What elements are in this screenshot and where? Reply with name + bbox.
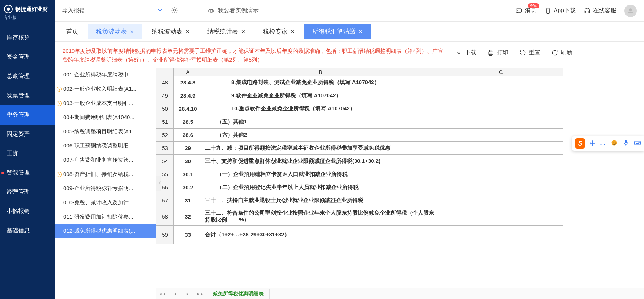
close-icon[interactable]: ✕: [130, 29, 134, 35]
cell-c[interactable]: [439, 226, 563, 244]
sidebar-item-6[interactable]: 工资: [0, 144, 55, 163]
cell-a[interactable]: 28.5: [174, 115, 202, 129]
close-icon[interactable]: ✕: [185, 29, 190, 35]
sidebar-item-5[interactable]: 固定资产: [0, 125, 55, 144]
cell-b[interactable]: 三十二、符合条件的公司型创投企业按照企业年末个人股东持股比例减免企业所得税（个人…: [202, 207, 439, 226]
cell-a[interactable]: 28.4.10: [174, 102, 202, 115]
cell-c[interactable]: [439, 102, 563, 115]
row-header[interactable]: 58: [156, 207, 174, 226]
row-header[interactable]: 59: [156, 226, 174, 244]
cell-a[interactable]: 28.4.9: [174, 89, 202, 102]
tab-4[interactable]: 税检专家✕: [255, 24, 303, 39]
sheet-nav-last[interactable]: ►►: [194, 290, 207, 297]
tab-3[interactable]: 纳税统计表✕: [199, 24, 253, 39]
tab-2[interactable]: 纳税波动表✕: [144, 24, 198, 39]
cell-a[interactable]: 30.1: [174, 168, 202, 181]
cell-c[interactable]: [439, 168, 563, 181]
cell-b[interactable]: （六）其他2: [202, 129, 439, 142]
cell-c[interactable]: [439, 155, 563, 168]
cell-c[interactable]: [439, 76, 563, 89]
row-header[interactable]: 48: [156, 76, 174, 89]
cell-b[interactable]: 二十九、减：项目所得额按法定税率减半征收企业所得税叠加享受减免税优惠: [202, 142, 439, 155]
messages-button[interactable]: 消息 99+: [515, 7, 536, 15]
sidebar-item-4[interactable]: 税务管理: [0, 105, 55, 125]
cell-a[interactable]: 33: [174, 226, 202, 244]
cell-c[interactable]: [439, 115, 563, 129]
cell-b[interactable]: （二）企业招用登记失业半年以上人员就业扣减企业所得税: [202, 181, 439, 194]
close-icon[interactable]: ✕: [359, 29, 363, 35]
cell-b[interactable]: 三十一、扶持自主就业退役士兵创业就业企业限额减征企业所得税: [202, 194, 439, 207]
cell-c[interactable]: [439, 194, 563, 207]
sheet-tab-active[interactable]: 减免所得税优惠明细表: [207, 289, 270, 299]
form-list-item-0[interactable]: 001-企业所得税年度纳税申...: [55, 68, 156, 82]
column-header-C[interactable]: C: [439, 68, 563, 76]
cell-b[interactable]: 9.软件企业减免企业所得税（填写 A107042）: [202, 89, 439, 102]
column-header-B[interactable]: B: [202, 68, 439, 76]
row-header[interactable]: 51: [156, 115, 174, 129]
cell-c[interactable]: [439, 89, 563, 102]
row-header[interactable]: 52: [156, 129, 174, 142]
cell-b[interactable]: 合计（1+2+…+28-29+30+31+32）: [202, 226, 439, 244]
row-header[interactable]: 54: [156, 155, 174, 168]
ime-keyboard-icon[interactable]: [634, 139, 641, 148]
sidebar-item-10[interactable]: 基础信息: [0, 221, 55, 240]
form-list-item-3[interactable]: 004-期间费用明细表(A1040...: [55, 110, 156, 125]
cell-c[interactable]: [439, 129, 563, 142]
sidebar-item-2[interactable]: 总账管理: [0, 67, 55, 86]
form-list-item-11[interactable]: 012-减免所得税优惠明细表(...: [55, 224, 156, 238]
sidebar-item-7[interactable]: 智能管理: [0, 163, 55, 182]
cell-b[interactable]: 10.重点软件企业减免企业所得税（填写 A107042）: [202, 102, 439, 115]
reset-button[interactable]: 重置: [519, 49, 540, 56]
close-icon[interactable]: ✕: [241, 29, 245, 35]
cell-b[interactable]: 三十、支持和促进重点群体创业就业企业限额减征企业所得税(30.1+30.2): [202, 155, 439, 168]
sidebar-item-3[interactable]: 发票管理: [0, 86, 55, 105]
form-list-item-8[interactable]: 009-企业所得税弥补亏损明...: [55, 181, 156, 196]
cell-c[interactable]: [439, 142, 563, 155]
cell-a[interactable]: 28.6: [174, 129, 202, 142]
row-header[interactable]: 57: [156, 194, 174, 207]
tab-0[interactable]: 首页: [58, 24, 87, 39]
cell-a[interactable]: 30.2: [174, 181, 202, 194]
app-download-button[interactable]: App下载: [544, 7, 576, 15]
row-header[interactable]: 50: [156, 102, 174, 115]
spreadsheet[interactable]: ABC4828.4.88.集成电路封装、测试企业减免企业所得税（填写 A1070…: [156, 68, 644, 288]
ime-emoji-icon[interactable]: [611, 139, 618, 148]
form-list-item-9[interactable]: 010-免税、减计收入及加计...: [55, 196, 156, 210]
form-list-item-6[interactable]: 007-广告费和业务宣传费跨...: [55, 153, 156, 167]
ime-lang[interactable]: 中: [589, 139, 596, 148]
cell-a[interactable]: 28.4.8: [174, 76, 202, 89]
corner-cell[interactable]: [156, 68, 174, 76]
sheet-nav-first[interactable]: ◄◄: [156, 290, 169, 297]
gear-icon[interactable]: [171, 7, 178, 15]
cell-b[interactable]: 8.集成电路封装、测试企业减免企业所得税（填写 A107042）: [202, 76, 439, 89]
row-header[interactable]: 49: [156, 89, 174, 102]
form-list-item-2[interactable]: ?003-一般企业成本支出明细...: [55, 96, 156, 110]
sidebar-item-1[interactable]: 资金管理: [0, 47, 55, 67]
sidebar-item-8[interactable]: 经营管理: [0, 182, 55, 202]
print-button[interactable]: 打印: [487, 49, 508, 56]
download-button[interactable]: 下载: [455, 49, 476, 56]
cell-a[interactable]: 30: [174, 155, 202, 168]
cell-b[interactable]: （五）其他1: [202, 115, 439, 129]
ime-punct-icon[interactable]: [600, 140, 606, 147]
form-list-item-1[interactable]: ?002-一般企业收入明细表(A1...: [55, 82, 156, 96]
sheet-nav-prev[interactable]: ◄: [169, 290, 181, 297]
ime-mic-icon[interactable]: [622, 139, 629, 148]
cell-b[interactable]: （一）企业招用建档立卡贫困人口就业扣减企业所得税: [202, 168, 439, 181]
cell-c[interactable]: [439, 181, 563, 194]
tab-5[interactable]: 所得税汇算清缴✕: [304, 24, 371, 39]
tab-1[interactable]: 税负波动表✕: [88, 24, 142, 39]
demo-link[interactable]: 我要看实例演示: [208, 7, 259, 15]
cell-c[interactable]: [439, 207, 563, 226]
sheet-nav-next[interactable]: ►: [181, 290, 194, 297]
form-list-item-10[interactable]: 011-研发费用加计扣除优惠...: [55, 210, 156, 224]
form-list-item-4[interactable]: 005-纳税调整项目明细表(A1...: [55, 125, 156, 139]
cell-a[interactable]: 29: [174, 142, 202, 155]
cell-a[interactable]: 31: [174, 194, 202, 207]
form-list-item-7[interactable]: ?008-资产折旧、摊销及纳税...: [55, 167, 156, 181]
ime-bar[interactable]: S 中: [572, 136, 644, 151]
sidebar-item-0[interactable]: 库存核算: [0, 28, 55, 47]
sidebar-item-9[interactable]: 小畅报销: [0, 202, 55, 221]
breadcrumb[interactable]: 导入报错: [62, 7, 164, 15]
support-button[interactable]: 在线客服: [584, 7, 616, 15]
